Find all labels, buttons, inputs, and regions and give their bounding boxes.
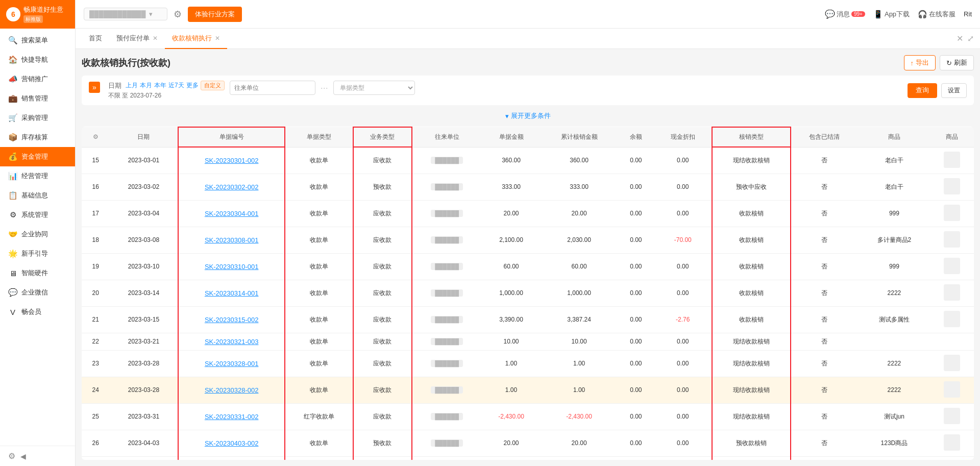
cell-goods-6: 测试多属性: [858, 306, 930, 333]
topbar-gear-icon[interactable]: ⚙: [174, 9, 182, 20]
sidebar-item-9[interactable]: ⚙系统管理: [0, 205, 75, 225]
customer-service-icon[interactable]: 🎧 在线客服: [918, 10, 955, 19]
cell-doc-type-10: 红字收款单: [285, 403, 353, 430]
cell-date-1: 2023-03-02: [110, 174, 179, 200]
tabs-close-all-icon[interactable]: ✕: [957, 34, 963, 43]
sidebar-item-8[interactable]: 📋基础信息: [0, 186, 75, 205]
user-name[interactable]: Rit: [964, 10, 972, 18]
sidebar-item-1[interactable]: 🏠快捷导航: [0, 50, 75, 69]
cell-biz-type-5: 应收款: [353, 280, 412, 306]
cell-include-settled-8: 否: [791, 350, 859, 377]
filter-doc-type-select[interactable]: 单据类型: [333, 81, 415, 95]
cell-cumulative-3: 2,030.00: [541, 227, 618, 253]
topbar-select[interactable]: ████████████ ▾: [84, 8, 167, 20]
sidebar-item-14[interactable]: V畅会员: [0, 302, 75, 322]
cell-balance-12: 0.00: [618, 456, 654, 460]
sidebar-item-2[interactable]: 📣营销推广: [0, 69, 75, 89]
sidebar-item-11[interactable]: 🌟新手引导: [0, 244, 75, 263]
cell-discount-7: 0.00: [654, 333, 712, 350]
sidebar-icon-1: 🏠: [8, 55, 17, 64]
col-doc-no-header: 单据编号: [178, 127, 285, 147]
export-button[interactable]: ↑ 导出: [904, 55, 936, 70]
sidebar-label-13: 企业微信: [21, 288, 48, 297]
tab-home[interactable]: 首页: [82, 29, 109, 49]
sidebar-item-4[interactable]: 🛒采购管理: [0, 108, 75, 128]
cell-discount-0: 0.00: [654, 147, 712, 174]
cell-partner-4: ██████: [412, 253, 482, 280]
tab-collection-close[interactable]: ✕: [215, 35, 220, 42]
cell-include-settled-11: 否: [791, 430, 859, 456]
sidebar-collapse-icon[interactable]: ◀: [20, 452, 26, 460]
cell-biz-type-8: 应收款: [353, 350, 412, 377]
filter-toggle-button[interactable]: »: [89, 82, 100, 93]
cell-goods-img-7: [930, 333, 974, 350]
goods-thumbnail: [944, 258, 960, 274]
tab-collection[interactable]: 收款核销执行 ✕: [165, 29, 227, 49]
filter-date-range: 不限 至 2023-07-26: [108, 91, 225, 100]
solution-button[interactable]: 体验行业方案: [188, 7, 242, 22]
sidebar-item-3[interactable]: 💼销售管理: [0, 89, 75, 108]
cell-amount-12: 100.00: [482, 456, 541, 460]
goods-thumbnail: [944, 311, 960, 327]
col-goods-header: 商品: [858, 127, 930, 147]
filter-partner-input[interactable]: [230, 81, 315, 95]
table-row: 19 2023-03-10 SK-20230310-001 收款单 应收款 ██…: [82, 253, 974, 280]
sidebar-icon-9: ⚙: [8, 210, 17, 219]
tabs-expand-icon[interactable]: ⤢: [967, 34, 974, 43]
filter-date-label: 日期: [108, 81, 121, 90]
cell-balance-0: 0.00: [618, 147, 654, 174]
filter-last-7[interactable]: 近7天: [168, 81, 184, 90]
cell-include-settled-4: 否: [791, 253, 859, 280]
filter-more-date[interactable]: 更多: [186, 81, 199, 90]
cell-partner-7: ██████: [412, 333, 482, 350]
expand-icon: ▾: [505, 112, 509, 120]
sidebar-icon-8: 📋: [8, 191, 17, 200]
cell-doc-type-9: 收款单: [285, 377, 353, 403]
cell-include-settled-9: 否: [791, 377, 859, 403]
sidebar-item-12[interactable]: 🖥智能硬件: [0, 263, 75, 283]
refresh-button[interactable]: ↻ 刷新: [940, 55, 974, 70]
sidebar-icon-4: 🛒: [8, 113, 17, 122]
filter-custom-badge[interactable]: 自定义: [201, 81, 225, 90]
cell-cumulative-0: 360.00: [541, 147, 618, 174]
sidebar-item-13[interactable]: 💬企业微信: [0, 283, 75, 302]
table-row: 21 2023-03-15 SK-20230315-002 收款单 应收款 ██…: [82, 306, 974, 333]
expand-conditions-button[interactable]: ▾ 展开更多条件: [505, 111, 551, 120]
cell-cancel-type-11: 预收款核销: [712, 430, 791, 456]
sidebar-item-0[interactable]: 🔍搜索菜单: [0, 31, 75, 50]
app-download-icon[interactable]: 📱 App下载: [873, 10, 910, 19]
col-cancel-type-header: 核销类型: [712, 127, 791, 147]
cell-cumulative-7: 10.00: [541, 333, 618, 350]
cell-partner-5: ██████: [412, 280, 482, 306]
cell-balance-6: 0.00: [618, 306, 654, 333]
cell-date-11: 2023-04-03: [110, 430, 179, 456]
logo-icon: 6: [6, 7, 20, 21]
cell-biz-type-1: 预收款: [353, 174, 412, 200]
tab-prepay-close[interactable]: ✕: [153, 35, 158, 42]
cell-cumulative-6: 3,387.24: [541, 306, 618, 333]
sidebar-item-6[interactable]: 💰资金管理: [0, 147, 75, 166]
sidebar-gear-icon[interactable]: ⚙: [8, 451, 15, 461]
cell-date-12: 2023-04-08: [110, 456, 179, 460]
cell-doc-no-0: SK-20230301-002: [178, 147, 285, 174]
message-icon[interactable]: 💬 消息 99+: [825, 9, 865, 19]
cell-balance-7: 0.00: [618, 333, 654, 350]
tab-prepay[interactable]: 预付应付单 ✕: [109, 29, 165, 49]
table-settings-header[interactable]: ⚙: [82, 127, 110, 147]
filter-this-year[interactable]: 本年: [154, 81, 166, 90]
cell-partner-12: ██████: [412, 456, 482, 460]
cell-cancel-type-3: 收款核销: [712, 227, 791, 253]
sidebar-item-10[interactable]: 🤝企业协同: [0, 225, 75, 244]
filter-last-month[interactable]: 上月: [126, 81, 138, 90]
sidebar-item-7[interactable]: 📊经营管理: [0, 166, 75, 186]
sidebar-label-1: 快捷导航: [21, 55, 48, 64]
cell-goods-8: 2222: [858, 350, 930, 377]
sidebar-item-5[interactable]: 📦库存核算: [0, 128, 75, 147]
query-button[interactable]: 查询: [908, 83, 937, 98]
sidebar-icon-5: 📦: [8, 133, 17, 142]
settings-button[interactable]: 设置: [941, 83, 967, 98]
cell-discount-2: 0.00: [654, 200, 712, 227]
data-table-container: ⚙ 日期 单据编号 单据类型 业务类型 往来单位 单据金额 累计核销金额 余额 …: [82, 127, 974, 460]
sidebar-logo: 6 畅康道好生意 标推版: [0, 0, 75, 29]
filter-this-month[interactable]: 本月: [140, 81, 152, 90]
